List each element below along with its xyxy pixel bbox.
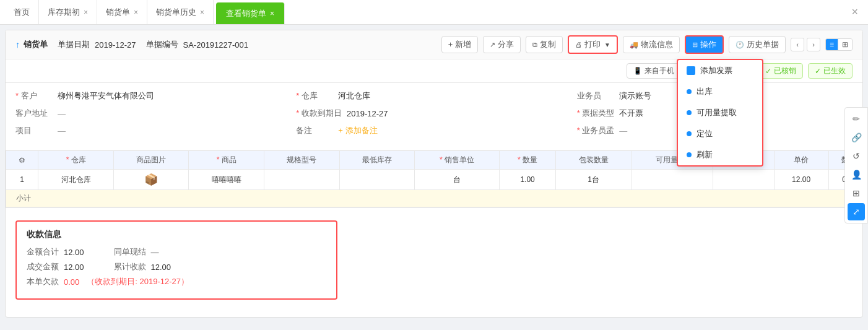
doc-header: ↑ 销货单 单据日期 2019-12-27 单据编号 SA-20191227-0… [6, 30, 862, 59]
customer-field: 客户 柳州粤港平安气体有限公司 [15, 90, 291, 102]
doc-title: ↑ 销货单 [15, 39, 48, 50]
payment-row-3: 本单欠款 0.00 （收款到期日: 2019-12-27） [27, 276, 326, 287]
row-available [631, 170, 713, 190]
tab-sales-history[interactable]: 销货单历史 × [147, 0, 214, 24]
address-field: 客户地址 — [15, 108, 291, 119]
tab-inventory-init-close[interactable]: × [84, 8, 88, 17]
logistics-button[interactable]: 🚚 物流信息 [623, 36, 680, 53]
table-row: 1 河北仓库 📦 嘻嘻嘻嘻 台 1.00 1台 12.00 0. [6, 170, 862, 190]
view-list[interactable]: ≡ [826, 39, 838, 50]
trade-amount-label: 成交金额 [27, 261, 59, 272]
row-image: 📦 [113, 170, 189, 190]
payment-row-1: 金额合计 12.00 同单现结 — [27, 246, 326, 258]
sidebar-user-icon[interactable]: 👤 [848, 166, 865, 183]
current-debt-suffix: （收款到期日: 2019-12-27） [87, 276, 189, 287]
tab-sales-order-close[interactable]: × [134, 8, 138, 17]
trade-amount-field: 成交金额 12.00 [27, 261, 84, 272]
sidebar-expand-icon[interactable]: ⤢ [848, 203, 865, 220]
project-field: 项目 — [15, 125, 291, 136]
customer-label: 客户 [15, 90, 53, 102]
payment-box: 收款信息 金额合计 12.00 同单现结 — 成交金额 12.00 累计收款 [15, 220, 337, 300]
col-product: 商品 [189, 151, 264, 170]
dropdown-locate[interactable]: 定位 [678, 123, 762, 144]
sidebar-refresh-icon[interactable]: ↺ [848, 147, 865, 165]
tab-view-sales[interactable]: 查看销货单 × [216, 2, 285, 24]
doc-meta-number: 单据编号 SA-20191227-001 [146, 39, 249, 50]
note-label: 备注 [296, 125, 333, 136]
dropdown-add-invoice[interactable]: 添加发票 [678, 60, 762, 81]
doc-number-label: 单据编号 [146, 39, 178, 50]
cumulative-receipt-label: 累计收款 [114, 261, 146, 272]
view-grid[interactable]: ⊞ [838, 39, 852, 50]
share-button[interactable]: ↗ 分享 [483, 36, 521, 53]
row-min-stock [339, 170, 415, 190]
copy-button[interactable]: ⧉ 复制 [526, 36, 563, 53]
address-value: — [58, 109, 66, 118]
same-order-settle-value: — [151, 248, 159, 257]
ticket-type-label: 票据类型 [577, 108, 615, 119]
row-unit: 台 [415, 170, 500, 190]
doc-type-label: 销货单 [24, 39, 48, 50]
tab-inventory-init[interactable]: 库存期初 × [39, 0, 97, 24]
doc-date-value: 2019-12-27 [95, 40, 136, 50]
payment-section: 收款信息 金额合计 12.00 同单现结 — 成交金额 12.00 累计收款 [6, 208, 862, 317]
note-field: 备注 + 添加备注 [296, 125, 571, 136]
sidebar-link-icon[interactable]: 🔗 [848, 129, 865, 146]
warehouse-label: 仓库 [296, 90, 333, 102]
subtotal-label: 小计 [6, 190, 862, 207]
doc-type-icon: ↑ [15, 40, 20, 50]
already-effective-btn[interactable]: ✓ 已生效 [808, 63, 853, 79]
col-settings[interactable]: ⚙ [6, 151, 38, 170]
nav-prev[interactable]: ‹ [791, 38, 804, 51]
col-image: 商品图片 [113, 151, 189, 170]
tab-home[interactable]: 首页 [5, 0, 39, 24]
tab-home-label: 首页 [14, 7, 30, 18]
nav-next[interactable]: › [807, 38, 820, 51]
doc-number-value: SA-20191227-001 [183, 40, 249, 50]
row-current-stock [713, 170, 774, 190]
print-button[interactable]: 🖨 打印 ▼ [568, 35, 618, 54]
tab-view-sales-close[interactable]: × [270, 9, 274, 18]
history-button[interactable]: 🕐 历史单据 [729, 36, 786, 53]
staff-label: 业务员 [577, 90, 614, 102]
locate-icon [687, 131, 692, 136]
col-qty: 数量 [499, 151, 556, 170]
add-invoice-icon [687, 66, 695, 75]
dropdown-available-qty[interactable]: 可用量提取 [678, 102, 762, 123]
operations-button[interactable]: ⊞ 操作 [685, 35, 724, 54]
warehouse-value: 河北仓库 [338, 90, 370, 102]
col-min-stock: 最低库存 [339, 151, 415, 170]
row-pack-qty: 1台 [556, 170, 631, 190]
refresh-icon [687, 152, 692, 157]
sidebar-edit-icon[interactable]: ✏ [848, 110, 865, 128]
same-order-settle-field: 同单现结 — [114, 246, 159, 258]
tab-sales-history-label: 销货单历史 [156, 7, 196, 18]
toolbar: + 新增 ↗ 分享 ⧉ 复制 🖨 打印 ▼ 🚚 物流信息 [441, 35, 853, 54]
tab-bar-close[interactable]: × [846, 6, 863, 19]
already-verified-btn[interactable]: ✓ 已核销 [758, 63, 803, 79]
print-btn-wrap: 🖨 打印 ▼ [568, 35, 618, 54]
current-debt-field: 本单欠款 0.00 （收款到期日: 2019-12-27） [27, 276, 189, 287]
trade-amount-value: 12.00 [64, 263, 84, 272]
new-button[interactable]: + 新增 [441, 36, 478, 53]
from-phone-btn[interactable]: 📱 来自手机 [627, 63, 681, 79]
address-label: 客户地址 [15, 108, 53, 119]
sidebar-table-icon[interactable]: ⊞ [848, 185, 865, 202]
current-debt-label: 本单欠款 [27, 276, 59, 287]
staff2-value: — [619, 126, 627, 136]
doc-date-label: 单据日期 [58, 39, 90, 50]
subtotal-row: 小计 [6, 190, 862, 207]
tab-view-sales-label: 查看销货单 [226, 8, 266, 19]
dropdown-refresh[interactable]: 刷新 [678, 144, 762, 165]
add-note-button[interactable]: + 添加备注 [338, 125, 377, 136]
nav-arrows: ‹ › [791, 38, 820, 51]
payment-row-2: 成交金额 12.00 累计收款 12.00 [27, 261, 326, 272]
payment-title: 收款信息 [27, 229, 326, 240]
staff2-label: 业务员孟 [577, 125, 615, 136]
customer-value: 柳州粤港平安气体有限公司 [58, 90, 154, 102]
tab-sales-order[interactable]: 销货单 × [97, 0, 147, 24]
dropdown-ship-out[interactable]: 出库 [678, 81, 762, 102]
payment-date-label: 收款到期日 [296, 108, 342, 119]
project-value: — [58, 126, 66, 136]
tab-sales-history-close[interactable]: × [200, 8, 204, 17]
